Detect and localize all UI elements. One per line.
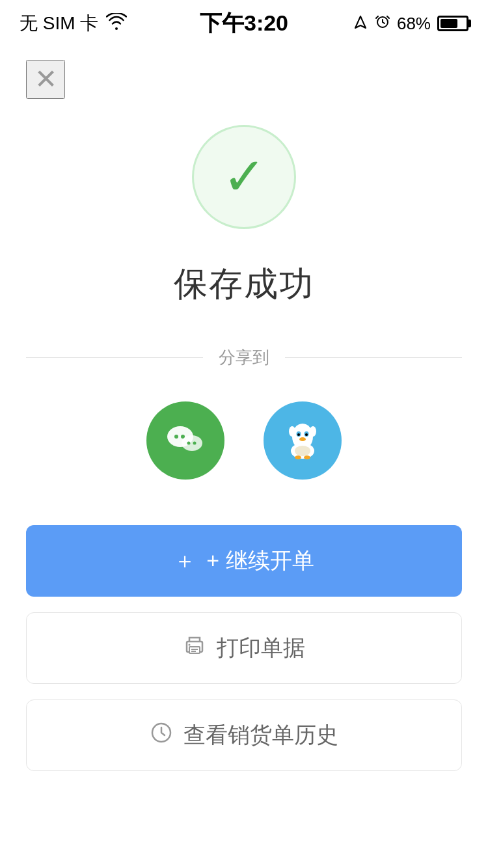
print-icon bbox=[183, 634, 206, 662]
status-bar: 无 SIM 卡 下午3:20 68% bbox=[0, 0, 488, 47]
close-icon: ✕ bbox=[34, 66, 57, 93]
svg-point-12 bbox=[299, 437, 306, 441]
status-time: 下午3:20 bbox=[200, 8, 288, 38]
svg-point-14 bbox=[310, 426, 316, 437]
print-label: 打印单据 bbox=[217, 633, 305, 663]
qq-share-button[interactable] bbox=[264, 401, 342, 480]
continue-order-label: + 继续开单 bbox=[206, 546, 314, 576]
svg-point-5 bbox=[187, 442, 191, 445]
divider-right bbox=[285, 357, 462, 358]
continue-order-button[interactable]: ＋ + 继续开单 bbox=[26, 525, 462, 597]
svg-point-16 bbox=[295, 446, 310, 456]
svg-point-9 bbox=[297, 433, 300, 436]
no-sim-text: 无 SIM 卡 bbox=[20, 11, 98, 36]
share-divider-text: 分享到 bbox=[203, 346, 285, 369]
svg-point-23 bbox=[189, 644, 191, 646]
wechat-icon bbox=[162, 417, 209, 464]
share-icons-container bbox=[146, 401, 342, 480]
svg-point-6 bbox=[193, 442, 197, 445]
close-button[interactable]: ✕ bbox=[26, 60, 65, 99]
success-icon-container: ✓ bbox=[192, 125, 296, 229]
checkmark-icon: ✓ bbox=[223, 151, 266, 203]
location-icon bbox=[354, 14, 368, 34]
battery-icon bbox=[437, 16, 468, 31]
history-icon bbox=[150, 721, 173, 750]
divider-left bbox=[26, 357, 203, 358]
svg-point-4 bbox=[182, 435, 202, 451]
action-buttons: ＋ + 继续开单 打印单据 bbox=[26, 525, 462, 771]
svg-point-17 bbox=[295, 455, 301, 459]
svg-point-11 bbox=[305, 433, 308, 436]
svg-point-13 bbox=[289, 426, 295, 437]
battery-percent: 68% bbox=[397, 14, 431, 34]
status-right: 68% bbox=[354, 14, 468, 34]
qq-icon bbox=[280, 418, 325, 463]
alarm-icon bbox=[375, 14, 390, 34]
wifi-icon bbox=[106, 13, 127, 34]
svg-point-18 bbox=[304, 455, 310, 459]
status-left: 无 SIM 卡 bbox=[20, 11, 127, 36]
wechat-share-button[interactable] bbox=[146, 401, 224, 480]
svg-point-2 bbox=[174, 435, 178, 439]
share-divider-section: 分享到 bbox=[26, 346, 462, 369]
plus-icon: ＋ bbox=[174, 546, 196, 576]
print-button[interactable]: 打印单据 bbox=[26, 612, 462, 684]
history-label: 查看销货单历史 bbox=[183, 720, 338, 750]
success-title: 保存成功 bbox=[174, 262, 314, 307]
history-button[interactable]: 查看销货单历史 bbox=[26, 699, 462, 771]
main-content: ✕ ✓ 保存成功 分享到 bbox=[0, 47, 488, 797]
